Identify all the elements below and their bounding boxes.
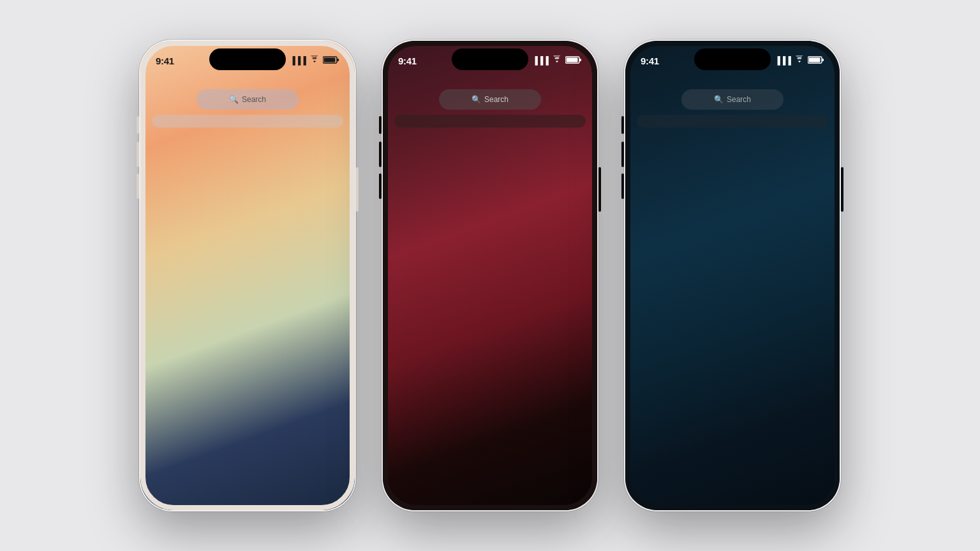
phone-2-bg [383, 41, 597, 510]
phone-3-mute-button[interactable] [621, 116, 624, 134]
wifi-icon [794, 55, 805, 66]
phone-1-dock [152, 115, 343, 128]
battery-icon [565, 55, 582, 66]
phone-1-bg [140, 41, 355, 510]
phone-2: 9:41 ▐▐▐ 🔍 Search [382, 40, 598, 511]
phone-3-status-icons: ▐▐▐ [775, 55, 824, 66]
phone-1-vol-down-button[interactable] [137, 173, 139, 199]
phone-2-time: 9:41 [398, 55, 417, 66]
phone-3-dock [637, 115, 828, 128]
phone-2-status-icons: ▐▐▐ [532, 55, 582, 66]
phone-1-app-grid [140, 74, 355, 84]
phone-3-power-button[interactable] [841, 167, 843, 212]
battery-icon [323, 55, 339, 66]
phone-2-search-bar[interactable]: 🔍 Search [439, 89, 541, 110]
phone-1: 9:41 ▐▐▐ 🔍 Search [139, 40, 356, 511]
svg-rect-5 [567, 57, 578, 62]
phone-3-search-bar[interactable]: 🔍 Search [681, 89, 783, 110]
svg-rect-4 [579, 59, 581, 61]
phone-2-vol-down-button[interactable] [379, 173, 382, 199]
phone-1-power-button[interactable] [356, 167, 359, 212]
search-icon: 🔍 [471, 95, 481, 104]
search-label: Search [727, 95, 751, 104]
phone-2-app-grid [383, 74, 597, 84]
phone-2-power-button[interactable] [598, 167, 601, 212]
phone-1-search-bar[interactable]: 🔍 Search [197, 89, 299, 110]
phone-3-dynamic-island [694, 48, 771, 70]
wifi-icon [552, 55, 562, 66]
search-label: Search [484, 95, 509, 104]
signal-icon: ▐▐▐ [290, 56, 306, 65]
search-icon: 🔍 [714, 95, 724, 104]
phone-2-mute-button[interactable] [379, 116, 382, 134]
phone-3-time: 9:41 [641, 55, 659, 66]
phone-1-vol-up-button[interactable] [137, 142, 139, 167]
svg-rect-8 [809, 57, 820, 62]
phone-2-dock [394, 115, 586, 128]
phone-2-vol-up-button[interactable] [379, 142, 382, 167]
signal-icon: ▐▐▐ [775, 56, 791, 65]
phone-2-dynamic-island [452, 48, 528, 70]
signal-icon: ▐▐▐ [532, 56, 549, 65]
phone-1-time: 9:41 [156, 55, 174, 66]
svg-rect-7 [822, 59, 824, 61]
phone-1-mute-button[interactable] [137, 116, 139, 134]
wifi-icon [309, 55, 320, 66]
phone-3-vol-up-button[interactable] [621, 142, 624, 167]
phone-1-status-icons: ▐▐▐ [290, 55, 339, 66]
phone-3-app-grid [625, 74, 840, 84]
phone-1-dynamic-island [209, 48, 286, 70]
battery-icon [808, 55, 824, 66]
phone-3-bg [625, 41, 840, 510]
svg-rect-1 [337, 59, 339, 61]
search-icon: 🔍 [229, 95, 239, 104]
search-label: Search [242, 95, 266, 104]
svg-rect-2 [324, 57, 336, 62]
phone-3-vol-down-button[interactable] [621, 173, 624, 199]
phone-3: 9:41 ▐▐▐ 🔍 Search [624, 40, 841, 511]
